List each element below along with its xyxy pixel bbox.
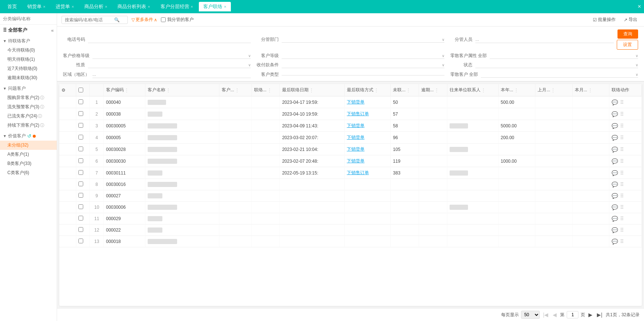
grid-action-icon[interactable]: ⠿: [620, 193, 624, 199]
nav-product-analysis[interactable]: 商品分析 ×: [80, 2, 112, 11]
reset-button[interactable]: 设置: [617, 40, 638, 50]
nav-sales-order[interactable]: 销货单 ×: [23, 2, 50, 11]
phone-action-icon[interactable]: 💬: [612, 99, 618, 105]
grid-action-icon[interactable]: ⠿: [620, 170, 624, 176]
sidebar-item-c-class[interactable]: C类客户(6): [0, 168, 57, 177]
phone-action-icon[interactable]: 💬: [612, 147, 618, 152]
row-checkbox-cell[interactable]: [76, 202, 90, 213]
phone-action-icon[interactable]: 💬: [612, 216, 618, 222]
search-icon[interactable]: 🔍: [114, 17, 120, 22]
next-page-btn[interactable]: ▶: [587, 312, 594, 318]
phone-action-icon[interactable]: 💬: [612, 204, 618, 210]
row-checkbox-cell[interactable]: [76, 167, 90, 179]
row-checkbox-cell[interactable]: [76, 236, 90, 247]
way-resize[interactable]: ⋮: [374, 88, 379, 93]
row-checkbox[interactable]: [78, 99, 83, 104]
contact-way-link[interactable]: 下销货单: [347, 135, 365, 140]
page-number-input[interactable]: [567, 311, 578, 318]
row-checkbox-cell[interactable]: [76, 108, 90, 120]
nav-customer-layer[interactable]: 客户分层经营 ×: [156, 2, 197, 11]
sidebar-item-churn-warning[interactable]: 流失预警客户(3) ⓘ: [0, 102, 57, 112]
more-conditions-btn[interactable]: ▽ 更多条件 ∧: [131, 17, 157, 23]
retail-customer-select[interactable]: ∨: [481, 72, 638, 78]
phone-action-icon[interactable]: 💬: [612, 111, 618, 117]
close-sales-order[interactable]: ×: [43, 4, 45, 9]
sidebar-item-tomorrow[interactable]: 明天待联络(1): [0, 55, 57, 64]
grid-action-icon[interactable]: ⠿: [620, 147, 624, 152]
prev-page-btn[interactable]: ◀: [552, 312, 558, 318]
nav-product-analysis-list[interactable]: 商品分析列表 ×: [113, 2, 154, 11]
retail-attr-select[interactable]: ∨: [490, 53, 638, 59]
phone-action-icon[interactable]: 💬: [612, 135, 618, 141]
nav-home[interactable]: 首页: [3, 2, 21, 11]
grid-action-icon[interactable]: ⠿: [620, 239, 624, 244]
this-month-resize[interactable]: ⋮: [588, 88, 592, 93]
contact-way-link[interactable]: 下销货单: [347, 158, 365, 163]
value-refresh-icon[interactable]: ↺: [27, 133, 31, 139]
sidebar-collapse-icon[interactable]: «: [51, 28, 54, 33]
batch-op-btn[interactable]: ☑ 批量操作: [591, 15, 618, 24]
nature-select[interactable]: ∨: [88, 62, 251, 68]
sidebar-item-7days[interactable]: 近7天待联络(0): [0, 64, 57, 73]
sidebar-item-today[interactable]: 今天待联络(0): [0, 46, 57, 55]
row-checkbox-cell[interactable]: [76, 132, 90, 144]
close-purchase-order[interactable]: ×: [71, 4, 74, 9]
phone-input[interactable]: [88, 36, 251, 43]
sidebar-search-input[interactable]: [3, 16, 57, 21]
customer-type-select[interactable]: [282, 74, 444, 75]
sidebar-item-hoarding[interactable]: 囤购异常客户(2) ⓘ: [0, 93, 57, 102]
person-resize[interactable]: ⋮: [481, 88, 486, 93]
page-size-select[interactable]: 50 100: [521, 311, 540, 319]
status-select[interactable]: ∨: [475, 62, 638, 68]
phone-action-icon[interactable]: 💬: [612, 239, 618, 244]
row-checkbox[interactable]: [78, 111, 83, 116]
phone-action-icon[interactable]: 💬: [612, 181, 618, 187]
row-checkbox[interactable]: [78, 158, 83, 163]
row-checkbox-cell[interactable]: [76, 190, 90, 202]
settings-column-header[interactable]: ⚙: [59, 84, 76, 96]
phone-action-icon[interactable]: 💬: [612, 227, 618, 233]
year-resize[interactable]: ⋮: [514, 88, 518, 93]
phone-action-icon[interactable]: 💬: [612, 193, 618, 199]
grid-action-icon[interactable]: ⠿: [620, 123, 624, 129]
nav-customer-contact[interactable]: 客户联络 ×: [199, 2, 230, 11]
nav-purchase-order[interactable]: 进货单 ×: [51, 2, 78, 11]
payment-select[interactable]: ∨: [282, 62, 444, 68]
name-resize[interactable]: ⋮: [166, 88, 170, 93]
manager-select[interactable]: ...: [475, 36, 614, 43]
customer-level-select[interactable]: ∨: [282, 53, 444, 59]
row-checkbox[interactable]: [78, 123, 83, 128]
sidebar-item-overdue[interactable]: 逾期未联络(30): [0, 73, 57, 82]
export-btn[interactable]: ↗ 导出: [622, 15, 640, 24]
sidebar-item-a-class[interactable]: A类客户(1): [0, 150, 57, 159]
close-product-list[interactable]: ×: [148, 4, 150, 9]
sidebar-item-b-class[interactable]: B类客户(33): [0, 159, 57, 168]
global-close-button[interactable]: ×: [638, 3, 641, 10]
row-checkbox[interactable]: [78, 170, 83, 175]
row-checkbox-cell[interactable]: [76, 120, 90, 132]
contact-resize[interactable]: ⋮: [267, 88, 272, 93]
value-customers-title[interactable]: ▼ 价值客户 ↺: [0, 131, 57, 141]
close-product-analysis[interactable]: ×: [105, 4, 107, 9]
sidebar-item-ungroup[interactable]: 未分组(32): [0, 141, 57, 150]
pending-contact-title[interactable]: ▼ 待联络客户: [0, 36, 57, 46]
contact-way-link[interactable]: 下销货单: [347, 147, 365, 152]
problem-customers-title[interactable]: ▼ 问题客户: [0, 84, 57, 93]
sidebar-item-churned[interactable]: 已流失客户(24) ⓘ: [0, 112, 57, 121]
grid-action-icon[interactable]: ⠿: [620, 99, 624, 105]
contact-way-link[interactable]: 下销售订单: [347, 111, 369, 116]
row-checkbox-cell[interactable]: [76, 96, 90, 108]
select-all-checkbox[interactable]: [78, 88, 83, 92]
contact-way-link[interactable]: 下销货单: [347, 123, 365, 128]
checkbox-column-header[interactable]: [76, 84, 90, 96]
date-resize[interactable]: ⋮: [309, 88, 314, 93]
settings-icon[interactable]: ⚙: [61, 88, 66, 93]
phone-action-icon[interactable]: 💬: [612, 123, 618, 129]
row-checkbox[interactable]: [78, 147, 83, 151]
grid-action-icon[interactable]: ⠿: [620, 216, 624, 222]
query-button[interactable]: 查询: [617, 29, 638, 39]
grid-action-icon[interactable]: ⠿: [620, 135, 624, 141]
search-input[interactable]: [65, 17, 113, 22]
row-checkbox-cell[interactable]: [76, 225, 90, 236]
row-checkbox[interactable]: [78, 135, 83, 140]
